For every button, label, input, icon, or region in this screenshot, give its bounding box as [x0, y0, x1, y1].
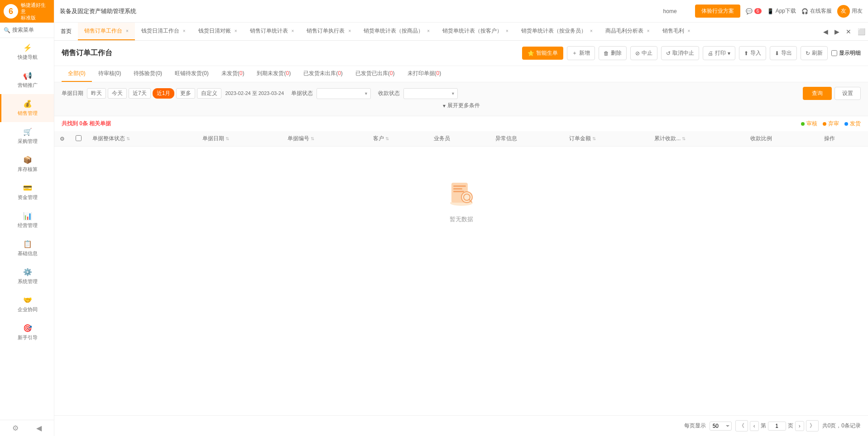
sidebar-item-newbie[interactable]: 🎯新手引导	[0, 318, 54, 346]
tab-close-sales-stats-product[interactable]: ×	[427, 28, 430, 33]
sub-tab-pending-audit[interactable]: 待审核(0)	[92, 66, 128, 82]
sort-icon-number[interactable]: ⇅	[311, 136, 314, 141]
sort-icon-state[interactable]: ⇅	[126, 136, 130, 141]
tab-close-sales-order-stats[interactable]: ×	[292, 28, 294, 33]
tab-sales-order-exec[interactable]: 销售订单执行表×	[300, 23, 357, 40]
sub-tab-label-not-printed: 未打印单据(0)	[408, 70, 441, 76]
cancel-audit-btn[interactable]: 弃审	[823, 120, 839, 128]
online-service-btn[interactable]: 🎧 在线客服	[801, 7, 832, 15]
sub-tab-all[interactable]: 全部(0)	[62, 66, 92, 82]
sidebar-item-quick-nav[interactable]: ⚡快捷导航	[0, 38, 54, 66]
sidebar-item-operation[interactable]: 📊经营管理	[0, 206, 54, 234]
tab-sales-order-workbench[interactable]: 销售订单工作台×	[78, 23, 135, 40]
sidebar-search[interactable]: 🔍 搜索菜单	[0, 23, 54, 38]
tab-sales-order-stats[interactable]: 销售订单统计表×	[244, 23, 301, 40]
sidebar-item-sales[interactable]: 💰销售管理	[0, 94, 54, 122]
sidebar-item-basic[interactable]: 📋基础信息	[0, 234, 54, 262]
page-first-btn[interactable]: 《	[735, 420, 748, 431]
sidebar-item-purchase[interactable]: 🛒采购管理	[0, 122, 54, 150]
message-btn[interactable]: 💬 6	[746, 8, 762, 14]
sidebar-item-system[interactable]: ⚙️系统管理	[0, 262, 54, 290]
export-btn[interactable]: ⬇ 导出	[770, 46, 797, 60]
date-btn-2[interactable]: 近7天	[129, 88, 151, 99]
query-btn[interactable]: 查询	[803, 87, 832, 100]
tab-sales-stats-staff[interactable]: 销货单统计表（按业务员）×	[515, 23, 599, 40]
tab-close-product-margin[interactable]: ×	[647, 28, 650, 33]
print-btn[interactable]: 🖨 打印 ▾	[703, 46, 735, 60]
page-last-btn[interactable]: 》	[806, 420, 819, 431]
page-prev-btn[interactable]: ‹	[750, 421, 759, 431]
date-btn-0[interactable]: 昨天	[87, 88, 106, 99]
tab-sales-stats-product[interactable]: 销货单统计表（按商品）×	[357, 23, 436, 40]
app-download-btn[interactable]: 📱 App下载	[767, 7, 796, 15]
sub-tab-wangpu-pending[interactable]: 旺铺待发货(0)	[168, 66, 215, 82]
set-btn[interactable]: 设置	[834, 87, 861, 100]
import-btn[interactable]: ⬆ 导入	[739, 46, 766, 60]
sub-tab-shipped-not-out[interactable]: 已发货未出库(0)	[297, 66, 349, 82]
tab-close-sales-stats-customer[interactable]: ×	[506, 28, 508, 33]
date-btn-5[interactable]: 自定义	[197, 88, 221, 99]
th-settings[interactable]: ⚙	[54, 131, 70, 147]
sub-tab-not-shipped[interactable]: 未发货(0)	[215, 66, 251, 82]
sidebar-item-marketing[interactable]: 📢营销推广	[0, 66, 54, 94]
tab-close-cash-reconcile[interactable]: ×	[235, 28, 237, 33]
expand-btn[interactable]: ▾ 展开更多条件	[443, 102, 480, 109]
stop-btn[interactable]: ⊘ 中止	[630, 46, 657, 60]
sub-tab-shipped-out[interactable]: 已发货已出库(0)	[349, 66, 401, 82]
tab-close-sales-profit[interactable]: ×	[688, 28, 691, 33]
tab-cash-daily[interactable]: 钱货日清工作台×	[135, 23, 192, 40]
tab-expand-btn[interactable]: ⬜	[855, 28, 868, 35]
nav-label-newbie: 新手引导	[18, 334, 38, 341]
sort-icon-amount[interactable]: ⇅	[592, 136, 596, 141]
experience-btn[interactable]: 体验行业方案	[695, 5, 740, 18]
show-detail-label[interactable]: 显示明细	[831, 49, 861, 57]
tab-close-sales-stats-staff[interactable]: ×	[590, 28, 593, 33]
nav-label-sales: 销售管理	[18, 110, 38, 117]
date-btn-4[interactable]: 更多	[176, 88, 195, 99]
count-number: 0条	[79, 120, 89, 127]
page-next-btn[interactable]: ›	[795, 421, 804, 431]
audit-btn[interactable]: 审核	[801, 120, 817, 128]
settings-icon[interactable]: ⚙	[12, 424, 19, 432]
delete-btn[interactable]: 🗑 删除	[599, 46, 627, 60]
status-select[interactable]	[317, 88, 371, 99]
sub-tab-expired-not-shipped[interactable]: 到期未发货(0)	[250, 66, 297, 82]
tab-sales-stats-customer[interactable]: 销货单统计表（按客户）×	[436, 23, 515, 40]
payment-select[interactable]	[403, 88, 458, 99]
tab-close-cash-daily[interactable]: ×	[183, 28, 186, 33]
tab-next-btn[interactable]: ▶	[832, 28, 842, 35]
sidebar-item-enterprise[interactable]: 🤝企业协同	[0, 290, 54, 318]
user-menu[interactable]: 友 用友	[837, 5, 863, 18]
message-icon: 💬	[746, 8, 753, 14]
sort-icon-date[interactable]: ⇅	[225, 136, 229, 141]
tab-prev-btn[interactable]: ◀	[820, 28, 831, 35]
tab-home[interactable]: 首页	[54, 23, 78, 40]
sort-icon-customer[interactable]: ⇅	[385, 136, 389, 141]
sort-icon-received[interactable]: ⇅	[682, 136, 686, 141]
tab-close-all-btn[interactable]: ✕	[843, 28, 854, 35]
tab-sales-profit[interactable]: 销售毛利×	[656, 23, 697, 40]
th-checkbox[interactable]	[70, 131, 87, 147]
tab-cash-reconcile[interactable]: 钱货日清对账×	[192, 23, 244, 40]
date-btn-1[interactable]: 今天	[108, 88, 127, 99]
system-dropdown[interactable]: home	[663, 8, 677, 14]
sidebar-item-finance[interactable]: 💳资金管理	[0, 178, 54, 206]
tab-close-sales-order-workbench[interactable]: ×	[126, 28, 129, 33]
sub-tab-pending-verify[interactable]: 待拣验货(0)	[127, 66, 168, 82]
refresh-btn[interactable]: ↻ 刷新	[801, 46, 828, 60]
cancel-stop-btn[interactable]: ↺ 取消中止	[661, 46, 699, 60]
ship-btn[interactable]: 发货	[844, 120, 861, 128]
collapse-icon[interactable]: ◀	[36, 424, 42, 432]
sidebar-item-inventory[interactable]: 📦库存核算	[0, 150, 54, 178]
page-input[interactable]	[768, 422, 786, 431]
new-btn[interactable]: ＋ 新增	[567, 46, 595, 60]
smart-create-btn[interactable]: ⭐ 智能生单	[522, 47, 563, 60]
date-btn-3[interactable]: 近1月	[153, 88, 175, 99]
select-all-checkbox[interactable]	[76, 135, 82, 141]
tab-product-margin[interactable]: 商品毛利分析表×	[599, 23, 656, 40]
per-page-select[interactable]: 50 100 200	[710, 422, 732, 431]
scroll-bar[interactable]	[54, 410, 868, 415]
sub-tab-not-printed[interactable]: 未打印单据(0)	[401, 66, 448, 82]
show-detail-checkbox[interactable]	[831, 50, 837, 56]
tab-close-sales-order-exec[interactable]: ×	[348, 28, 351, 33]
